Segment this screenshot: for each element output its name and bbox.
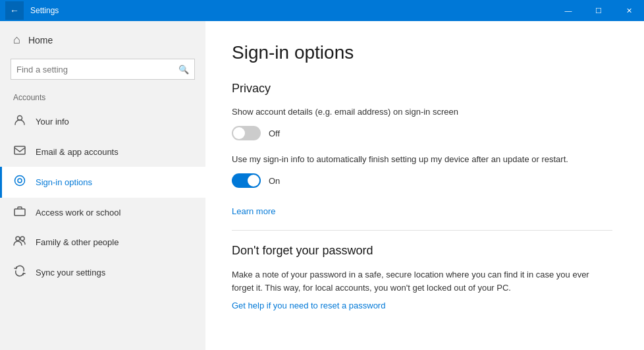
window-controls: — ☐ ✕	[553, 0, 644, 21]
toggle2-knob	[248, 175, 259, 187]
sidebar-item-access-work-school[interactable]: Access work or school	[0, 198, 205, 227]
work-school-icon	[13, 206, 26, 219]
svg-point-5	[16, 237, 20, 241]
svg-rect-4	[14, 209, 25, 216]
password-section-desc: Make a note of your password in a safe, …	[232, 268, 612, 294]
sync-icon	[13, 265, 26, 280]
toggle2-switch[interactable]	[232, 173, 261, 188]
home-label: Home	[28, 35, 53, 45]
maximize-icon: ☐	[595, 7, 602, 15]
sidebar-item-email-app-accounts[interactable]: Email & app accounts	[0, 137, 205, 167]
family-icon	[13, 235, 26, 249]
sidebar-item-sign-in-options[interactable]: Sign-in options	[0, 167, 205, 198]
page-title: Sign-in options	[232, 42, 612, 63]
title-bar: ← Settings — ☐ ✕	[0, 0, 644, 21]
your-info-label: Your info	[36, 117, 69, 127]
toggle1-row: Show account details (e.g. email address…	[232, 106, 612, 140]
svg-rect-1	[14, 146, 25, 154]
sidebar-item-family-other-people[interactable]: Family & other people	[0, 227, 205, 257]
toggle1-label: Off	[269, 129, 280, 138]
svg-point-3	[18, 179, 22, 183]
sidebar-item-sync-your-settings[interactable]: Sync your settings	[0, 257, 205, 288]
app-body: ⌂ Home 🔍 Accounts Your info Email & app …	[0, 21, 644, 350]
minimize-button[interactable]: —	[553, 0, 583, 21]
toggle2-control-row: On	[232, 173, 612, 188]
close-icon: ✕	[626, 7, 632, 15]
toggle2-desc: Use my sign-in info to automatically fin…	[232, 154, 612, 165]
search-input[interactable]	[16, 65, 178, 74]
sign-in-options-label: Sign-in options	[36, 177, 92, 187]
search-box[interactable]: 🔍	[11, 59, 195, 80]
main-content: Sign-in options Privacy Show account det…	[205, 21, 644, 350]
svg-point-6	[20, 237, 24, 241]
sync-your-settings-label: Sync your settings	[36, 268, 105, 277]
home-icon: ⌂	[13, 33, 20, 47]
access-work-school-label: Access work or school	[36, 208, 121, 218]
toggle1-switch[interactable]	[232, 126, 261, 140]
your-info-icon	[13, 114, 26, 129]
maximize-button[interactable]: ☐	[583, 0, 614, 21]
toggle2-label: On	[269, 176, 280, 186]
learn-more-link[interactable]: Learn more	[232, 206, 275, 216]
toggle1-desc: Show account details (e.g. email address…	[232, 106, 612, 118]
toggle1-control-row: Off	[232, 126, 612, 140]
toggle1-knob	[233, 127, 245, 139]
search-icon: 🔍	[178, 65, 189, 74]
section-divider	[232, 230, 612, 231]
sidebar-section-label: Accounts	[0, 88, 205, 106]
family-other-people-label: Family & other people	[36, 237, 119, 247]
sidebar-item-your-info[interactable]: Your info	[0, 106, 205, 137]
privacy-section-title: Privacy	[232, 82, 612, 96]
app-title: Settings	[30, 6, 59, 15]
back-icon: ←	[10, 5, 19, 16]
sign-in-icon	[13, 175, 26, 190]
reset-password-link[interactable]: Get help if you need to reset a password	[232, 301, 385, 310]
toggle2-row: Use my sign-in info to automatically fin…	[232, 154, 612, 188]
password-section-title: Don't forget your password	[232, 244, 612, 258]
close-button[interactable]: ✕	[614, 0, 644, 21]
sidebar: ⌂ Home 🔍 Accounts Your info Email & app …	[0, 21, 205, 350]
title-bar-left: ← Settings	[5, 1, 59, 20]
back-button[interactable]: ←	[5, 1, 24, 20]
email-icon	[13, 145, 26, 159]
sidebar-item-home[interactable]: ⌂ Home	[0, 24, 205, 56]
minimize-icon: —	[565, 7, 572, 15]
email-app-accounts-label: Email & app accounts	[36, 147, 119, 157]
svg-point-2	[15, 176, 25, 186]
